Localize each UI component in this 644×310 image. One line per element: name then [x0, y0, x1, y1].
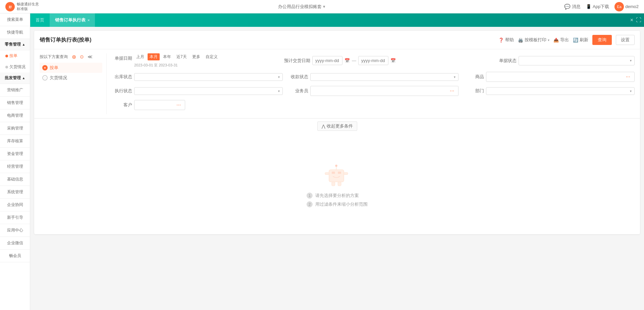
- sidebar-subitem-debt-info[interactable]: 欠货情况: [0, 61, 30, 72]
- minimize-btn[interactable]: ×: [630, 17, 633, 23]
- settings-scheme-btn[interactable]: ⊙: [78, 53, 85, 60]
- tab-close-icon[interactable]: ×: [88, 18, 90, 22]
- sidebar-item-wholesale-mgmt[interactable]: 批发管理 ▲: [0, 72, 30, 84]
- date-tabs: 上月 本月 本年 近7天 更多 自定义: [134, 53, 278, 60]
- customer-group: 客户 ···: [112, 100, 185, 110]
- sidebar-item-new-user-guide[interactable]: 新手引导: [0, 211, 30, 224]
- svg-rect-7: [325, 172, 329, 174]
- date-tab-custom[interactable]: 自定义: [204, 53, 220, 60]
- dropdown-icon[interactable]: ▾: [323, 4, 325, 9]
- svg-rect-10: [338, 182, 341, 186]
- date-separator: —: [352, 58, 356, 63]
- add-scheme-btn[interactable]: ⊕: [70, 53, 77, 60]
- delivery-status-select[interactable]: ▾: [134, 73, 283, 81]
- exec-status-label: 执行状态: [112, 88, 132, 94]
- sidebar-item-app-center[interactable]: 应用中心: [0, 224, 30, 237]
- collapse-scheme-btn[interactable]: ≪: [87, 53, 93, 60]
- doc-status-group: 单据状态 ▾: [496, 56, 635, 65]
- help-btn[interactable]: ❓ 帮助: [498, 37, 514, 43]
- doc-status-select[interactable]: ▾: [519, 56, 635, 65]
- main-layout: 搜索菜单 快捷导航 零售管理 ▲ 按单 欠货情况 批发管理 ▲ 营销推广 销售管…: [0, 13, 644, 310]
- export-icon: 📤: [553, 38, 559, 43]
- sidebar-item-system-mgmt[interactable]: 系统管理: [0, 186, 30, 199]
- date-tab-this-month[interactable]: 本月: [148, 53, 160, 60]
- page-title: 销售订单执行表(按单): [40, 37, 92, 44]
- query-btn[interactable]: 查询: [592, 35, 612, 45]
- wholesale-arrow-icon: ▲: [22, 76, 25, 80]
- customer-dots-icon[interactable]: ···: [175, 102, 182, 108]
- teal-bar-right: × ⛶: [630, 17, 644, 23]
- tab-active[interactable]: 销售订单执行表 ×: [50, 13, 95, 27]
- exec-status-group: 执行状态 ▾: [112, 87, 283, 95]
- payment-status-group: 收款状态 ▾: [288, 73, 459, 81]
- print-btn[interactable]: 🖨️ 按模板打印 ▾: [518, 37, 549, 43]
- scheme-option-press-order[interactable]: ● 按单: [40, 63, 102, 73]
- payment-status-select[interactable]: ▾: [310, 73, 459, 81]
- exec-status-arrow-icon: ▾: [278, 89, 280, 93]
- svg-rect-3: [332, 172, 335, 174]
- tab-home[interactable]: 首页: [30, 13, 50, 27]
- svg-point-6: [335, 165, 337, 167]
- filter-row-4: 客户 ···: [112, 100, 635, 110]
- sidebar-item-purchase-mgmt[interactable]: 采购管理: [0, 122, 30, 135]
- app-download-btn[interactable]: 📱 App下载: [586, 4, 609, 10]
- sidebar-item-enterprise-wechat[interactable]: 企业微信: [0, 237, 30, 250]
- salesperson-group: 业务员 ···: [288, 86, 459, 96]
- teal-tab-bar: 首页 销售订单执行表 × × ⛶: [30, 13, 644, 27]
- sidebar-item-inventory-calc[interactable]: 库存核算: [0, 135, 30, 148]
- tip-num-2: 2: [307, 201, 313, 207]
- delivery-status-label: 出库状态: [112, 74, 132, 80]
- date-tab-last7days[interactable]: 近7天: [174, 53, 189, 60]
- delivery-cal-icon[interactable]: 📅: [344, 58, 350, 63]
- delivery-date-end[interactable]: [358, 56, 388, 65]
- sidebar-item-quick-nav[interactable]: 快捷导航: [0, 26, 30, 39]
- sidebar-item-basic-info[interactable]: 基础信息: [0, 173, 30, 186]
- exec-status-select[interactable]: ▾: [134, 87, 283, 95]
- delivery-date-start[interactable]: [312, 56, 342, 65]
- product-select[interactable]: ···: [486, 72, 635, 82]
- sidebar-item-enterprise-collab[interactable]: 企业协同: [0, 199, 30, 211]
- dept-label: 部门: [464, 88, 484, 94]
- header-right: 💬 消息 📱 App下载 Ea demo2: [564, 2, 639, 11]
- scheme-option-debt-info[interactable]: ○ 欠货情况: [40, 73, 102, 83]
- svg-rect-8: [344, 172, 348, 174]
- date-tab-last-month[interactable]: 上月: [134, 53, 146, 60]
- sidebar-item-member[interactable]: 畅会员: [0, 250, 30, 262]
- date-filter-group: 单据日期 上月 本月 本年 近7天 更多 自定义: [112, 53, 278, 68]
- salesperson-select[interactable]: ···: [310, 86, 459, 96]
- sidebar-item-retail-mgmt[interactable]: 零售管理 ▲: [0, 39, 30, 50]
- sidebar-item-operation-mgmt[interactable]: 经营管理: [0, 160, 30, 173]
- maximize-btn[interactable]: ⛶: [636, 17, 641, 23]
- refresh-btn[interactable]: 🔄 刷新: [573, 37, 588, 43]
- dot-icon: [5, 66, 8, 68]
- customer-label: 客户: [112, 102, 132, 108]
- sidebar-item-finance-mgmt[interactable]: 资金管理: [0, 148, 30, 160]
- date-tab-more[interactable]: 更多: [190, 53, 202, 60]
- date-tab-this-year[interactable]: 本年: [161, 53, 173, 60]
- export-btn[interactable]: 📤 导出: [553, 37, 569, 43]
- empty-state: 1 请先选择要分析的方案 2 用过滤条件来缩小分析范围: [34, 134, 640, 234]
- delivery-cal-icon-end[interactable]: 📅: [390, 58, 396, 63]
- top-header: 好 畅捷通好生意 标准版 办公用品行业模拟账套 ▾ 💬 消息 📱 App下载 E…: [0, 0, 644, 13]
- customer-select[interactable]: ···: [134, 100, 185, 110]
- settings-btn[interactable]: 设置: [616, 35, 635, 45]
- inactive-option-icon: ○: [42, 75, 48, 81]
- sidebar-item-sales-mgmt[interactable]: 销售管理: [0, 97, 30, 109]
- sidebar-item-ecommerce-mgmt[interactable]: 电商管理: [0, 109, 30, 122]
- dept-select[interactable]: ▾: [486, 87, 635, 95]
- dept-group: 部门 ▾: [464, 87, 635, 95]
- sidebar-item-sales-promo[interactable]: 营销推广: [0, 84, 30, 97]
- filter-row-2: 出库状态 ▾ 收款状态 ▾: [112, 72, 635, 82]
- product-group: 商品 ···: [464, 72, 635, 82]
- messages-btn[interactable]: 💬 消息: [564, 4, 581, 10]
- collapse-btn[interactable]: ⋀ 收起更多条件: [317, 121, 357, 131]
- salesperson-dots-icon[interactable]: ···: [448, 88, 455, 94]
- sidebar-subitem-press-order[interactable]: 按单: [0, 50, 30, 61]
- svg-rect-4: [338, 172, 341, 174]
- sidebar-item-search-menu[interactable]: 搜索菜单: [0, 13, 30, 26]
- date-label: 单据日期: [112, 55, 132, 61]
- delivery-status-arrow-icon: ▾: [278, 75, 280, 79]
- user-area[interactable]: Ea demo2: [614, 2, 639, 11]
- product-dots-icon[interactable]: ···: [625, 74, 632, 80]
- print-dropdown-icon: ▾: [548, 38, 549, 42]
